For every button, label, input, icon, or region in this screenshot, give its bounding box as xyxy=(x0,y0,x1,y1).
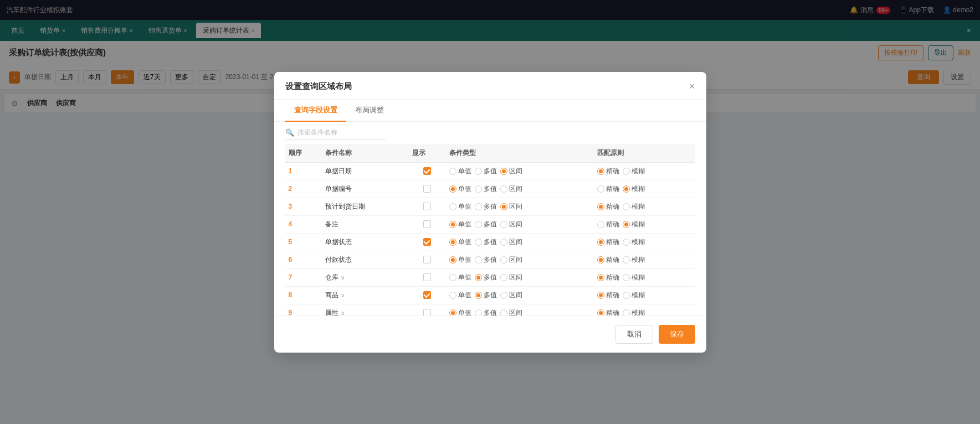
dialog: 设置查询区域布局 × 查询字段设置 布局调整 🔍 xyxy=(274,72,706,118)
dialog-tab-query-fields[interactable]: 查询字段设置 xyxy=(285,100,346,118)
dialog-header: 设置查询区域布局 × xyxy=(274,72,706,100)
dialog-title: 设置查询区域布局 xyxy=(285,81,352,92)
modal-overlay: 设置查询区域布局 × 查询字段设置 布局调整 🔍 xyxy=(0,0,980,117)
dialog-close-btn[interactable]: × xyxy=(689,81,695,92)
dialog-tabs: 查询字段设置 布局调整 xyxy=(274,100,706,118)
dialog-tab-layout-adjust[interactable]: 布局调整 xyxy=(346,100,393,118)
